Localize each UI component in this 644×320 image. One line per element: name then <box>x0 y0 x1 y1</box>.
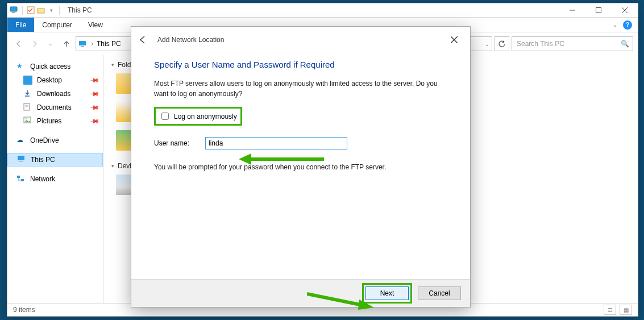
address-pc-icon <box>78 40 88 47</box>
sidebar-item-desktop[interactable]: Desktop 📌 <box>7 73 103 87</box>
this-pc-titlebar-icon <box>10 6 19 15</box>
pin-icon: 📌 <box>89 102 99 113</box>
maximize-button[interactable] <box>585 3 612 17</box>
sidebar-label: Pictures <box>37 117 61 125</box>
nav-forward-button[interactable] <box>28 37 41 51</box>
svg-rect-19 <box>21 179 24 181</box>
details-view-button[interactable]: ☰ <box>604 305 616 315</box>
highlight-annotation: Log on anonymously <box>154 107 242 126</box>
next-button[interactable]: Next <box>365 286 409 300</box>
svg-rect-16 <box>18 156 24 160</box>
cancel-button[interactable]: Cancel <box>418 286 461 300</box>
username-input[interactable] <box>205 137 347 149</box>
nav-back-button[interactable] <box>12 37 26 51</box>
wizard-body: Specify a User Name and Password if Requ… <box>131 49 470 279</box>
username-row: User name: <box>154 137 447 149</box>
this-pc-icon <box>17 155 26 164</box>
svg-rect-8 <box>79 41 86 45</box>
address-dropdown-icon[interactable]: ⌄ <box>485 41 489 47</box>
add-network-location-wizard: Add Network Location Specify a User Name… <box>131 26 471 307</box>
navigation-pane: ★ Quick access Desktop 📌 Downloads 📌 Doc… <box>7 55 103 303</box>
onedrive-icon: ☁ <box>16 136 26 145</box>
window-title: This PC <box>68 6 92 14</box>
help-icon[interactable]: ? <box>623 20 632 30</box>
chevron-down-icon[interactable]: ▾ <box>111 163 114 169</box>
svg-rect-11 <box>24 103 30 110</box>
titlebar-separator <box>22 6 23 15</box>
sidebar-this-pc[interactable]: This PC <box>7 153 103 167</box>
titlebar-separator <box>59 6 60 15</box>
nav-recent-dropdown[interactable]: ⌄ <box>44 37 57 51</box>
sidebar-onedrive[interactable]: ☁ OneDrive <box>7 134 103 147</box>
wizard-title: Add Network Location <box>157 36 224 44</box>
svg-rect-3 <box>38 9 44 13</box>
svg-rect-5 <box>596 8 601 13</box>
wizard-footer: Next Cancel <box>131 279 470 307</box>
log-on-anonymously-checkbox[interactable]: Log on anonymously <box>159 111 237 122</box>
svg-rect-18 <box>17 176 20 178</box>
downloads-icon <box>23 89 32 98</box>
new-folder-icon[interactable] <box>36 6 45 15</box>
refresh-button[interactable] <box>495 36 509 51</box>
highlight-annotation: Next <box>362 283 412 304</box>
sidebar-label: Downloads <box>37 90 70 98</box>
minimize-button[interactable] <box>559 3 585 17</box>
sidebar-label: OneDrive <box>30 136 59 144</box>
ribbon-tab-computer[interactable]: Computer <box>34 18 80 32</box>
pin-icon: 📌 <box>89 115 99 126</box>
wizard-description: Most FTP servers allow users to log on a… <box>154 78 447 99</box>
username-label: User name: <box>154 139 194 147</box>
ribbon-tab-file[interactable]: File <box>7 18 34 32</box>
qat-dropdown-icon[interactable]: ▾ <box>47 6 56 15</box>
chevron-down-icon[interactable]: ▾ <box>111 62 114 68</box>
pin-icon: 📌 <box>89 88 99 99</box>
chevron-right-icon[interactable]: › <box>91 40 93 48</box>
pictures-icon <box>23 117 32 126</box>
nav-up-button[interactable] <box>60 37 73 51</box>
ribbon-tab-view[interactable]: View <box>80 18 111 32</box>
status-item-count: 9 items <box>13 306 35 314</box>
sidebar-label: Desktop <box>37 76 62 84</box>
address-segment[interactable]: This PC <box>97 40 121 48</box>
sidebar-label: Documents <box>37 103 72 111</box>
quick-access-toolbar: ▾ <box>10 6 62 15</box>
wizard-header: Add Network Location <box>131 27 470 49</box>
ribbon-expand-icon[interactable]: ⌄ <box>613 22 617 28</box>
wizard-password-note: You will be prompted for your password w… <box>154 162 447 172</box>
wizard-close-button[interactable] <box>443 32 466 48</box>
sidebar-network[interactable]: Network <box>7 172 103 186</box>
desktop-icon <box>23 76 32 85</box>
sidebar-quick-access[interactable]: ★ Quick access <box>7 60 103 73</box>
sidebar-item-documents[interactable]: Documents 📌 <box>7 101 103 114</box>
close-button[interactable] <box>612 3 638 17</box>
search-icon[interactable]: 🔍 <box>621 40 629 48</box>
star-icon: ★ <box>16 62 26 71</box>
properties-icon[interactable] <box>26 6 35 15</box>
svg-point-15 <box>26 118 27 119</box>
documents-icon <box>23 103 32 112</box>
checkbox-label: Log on anonymously <box>174 113 237 120</box>
sidebar-item-pictures[interactable]: Pictures 📌 <box>7 114 103 128</box>
tiles-view-button[interactable]: ▦ <box>620 305 632 315</box>
network-icon <box>16 174 26 184</box>
sidebar-label: This PC <box>31 156 55 164</box>
window-controls <box>559 3 638 17</box>
svg-rect-17 <box>19 161 23 162</box>
sidebar-label: Network <box>30 175 55 183</box>
search-box[interactable]: 🔍 <box>512 36 633 51</box>
svg-rect-9 <box>81 46 84 47</box>
sidebar-label: Quick access <box>30 63 70 70</box>
search-input[interactable] <box>516 39 617 48</box>
anonymous-checkbox-input[interactable] <box>161 113 169 120</box>
wizard-back-button[interactable] <box>136 33 149 47</box>
pin-icon: 📌 <box>89 74 99 85</box>
titlebar: ▾ This PC <box>7 3 638 17</box>
sidebar-item-downloads[interactable]: Downloads 📌 <box>7 87 103 101</box>
svg-rect-0 <box>10 7 17 11</box>
svg-rect-1 <box>12 12 15 13</box>
wizard-heading: Specify a User Name and Password if Requ… <box>154 60 447 69</box>
